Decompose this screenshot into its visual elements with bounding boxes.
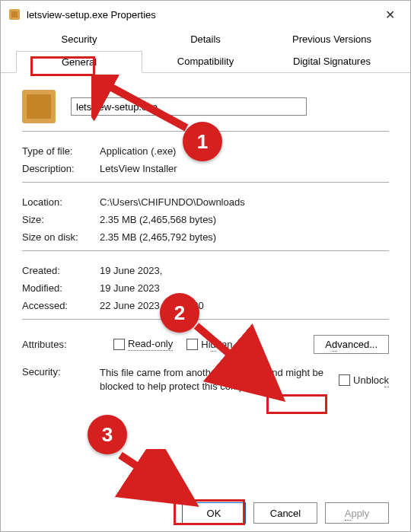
label-security: Security: [22,366,100,393]
tab-security[interactable]: Security [16,28,142,50]
general-tab-content: Type of file: Application (.exe) Descrip… [1,73,410,400]
value-location: C:\Users\CHIFUNDO\Downloads [100,196,389,208]
button-bar: OK Cancel Apply [1,502,410,524]
ok-button[interactable]: OK [182,502,246,524]
label-size: Size: [22,214,100,225]
label-modified: Modified: [22,282,100,294]
label-accessed: Accessed: [22,300,100,311]
checkbox-box [186,339,198,350]
titlebar: letsview-setup.exe Properties ✕ [1,1,410,28]
label-location: Location: [22,196,100,208]
label-attributes: Attributes: [22,339,100,350]
label-description: Description: [22,163,100,174]
value-type: Application (.exe) [100,145,389,157]
tab-previous-versions[interactable]: Previous Versions [269,28,395,50]
security-text: This file came from another computer and… [100,366,331,393]
checkbox-hidden[interactable]: Hidden [186,339,232,350]
value-accessed: 22 June 2023, 09:32:20 [100,300,389,311]
label-type: Type of file: [22,145,100,157]
file-type-icon [22,90,56,123]
tab-bar: Security Details Previous Versions Gener… [1,28,410,73]
close-button[interactable]: ✕ [378,5,403,25]
label-created: Created: [22,265,100,276]
checkbox-box [113,339,125,350]
hidden-label: Hidden [201,339,232,350]
unblock-label: Unblock [353,374,389,386]
filename-input[interactable] [71,97,307,116]
apply-button[interactable]: Apply [325,502,389,524]
window-title: letsview-setup.exe Properties [27,9,371,21]
checkbox-unblock[interactable]: Unblock [339,366,389,393]
properties-window: letsview-setup.exe Properties ✕ Security… [0,0,411,532]
tab-details[interactable]: Details [142,28,269,50]
checkbox-box [339,374,350,386]
file-icon [8,8,21,21]
value-size-on-disk: 2.35 MB (2,465,792 bytes) [100,231,389,243]
tab-general[interactable]: General [16,51,142,73]
value-created: 19 June 2023, [100,265,389,276]
checkbox-readonly[interactable]: Read-only [113,338,173,351]
value-description: LetsView Installer [100,163,389,174]
svg-rect-1 [11,11,18,18]
tab-digital-signatures[interactable]: Digital Signatures [269,50,395,72]
label-size-on-disk: Size on disk: [22,231,100,243]
readonly-label: Read-only [128,338,173,351]
cancel-button[interactable]: Cancel [253,502,317,524]
advanced-button[interactable]: Advanced... [314,335,389,354]
value-modified: 19 June 2023 [100,282,389,294]
value-size: 2.35 MB (2,465,568 bytes) [100,214,389,225]
tab-compatibility[interactable]: Compatibility [142,50,269,72]
